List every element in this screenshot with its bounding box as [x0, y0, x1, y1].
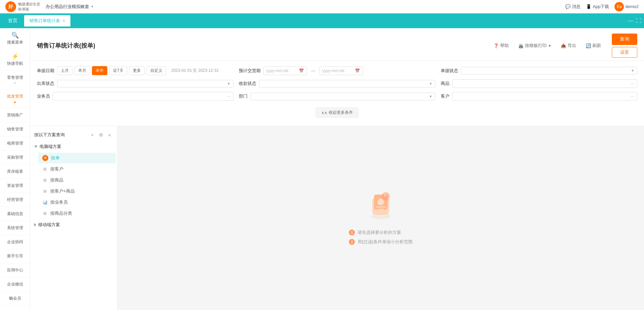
sidebar-item-purchase[interactable]: 采购管理 — [0, 151, 30, 165]
sidebar-item-marketing[interactable]: 营销推广 — [0, 108, 30, 122]
goods-group: 商品 ··· — [441, 79, 637, 88]
empty-illustration: ? — [364, 188, 397, 221]
sidebar-item-wholesale[interactable]: 批发管理 ▲ — [0, 90, 30, 108]
export-button[interactable]: 📤 导出 — [558, 41, 579, 50]
top-bar-right: 💬 消息 📱 App下载 Ea demo2 — [565, 2, 639, 11]
btn-custom[interactable]: 自定义 — [147, 66, 166, 75]
scheme-circle-icon: 单 — [42, 155, 48, 161]
date-filter-buttons: 上月 本月 本年 近7天 更多 自定义 — [57, 66, 166, 75]
svg-rect-4 — [376, 206, 386, 208]
delivery-end-placeholder: yyyy-mm-dd — [322, 68, 344, 73]
date-separator: — — [311, 68, 315, 73]
sidebar-item-system[interactable]: 系统管理 — [0, 221, 30, 235]
scheme-grid-icon-4: ⊞ — [42, 211, 48, 216]
sidebar-item-finance[interactable]: 资金管理 — [0, 179, 30, 193]
retail-expand-icon: ▼ — [13, 81, 17, 85]
status-select[interactable]: ▼ — [461, 67, 637, 74]
btn-last7days[interactable]: 近7天 — [109, 66, 127, 75]
out-status-select[interactable]: ▼ — [57, 80, 233, 88]
sidebar-item-retail[interactable]: 零售管理 ▼ — [0, 71, 30, 90]
tab-home[interactable]: 首页 — [3, 15, 23, 27]
pay-status-label: 收款状态 — [239, 81, 256, 87]
btn-this-year[interactable]: 本年 — [92, 66, 107, 75]
scheme-group-pc-header[interactable]: 电脑端方案 — [30, 141, 117, 152]
sidebar-item-sales[interactable]: 销售管理 — [0, 122, 30, 137]
scheme-item-by-goods-category[interactable]: ⊞ 按商品分类 — [38, 208, 116, 219]
btn-this-month[interactable]: 本月 — [74, 66, 90, 75]
out-status-chevron-icon: ▼ — [227, 82, 230, 86]
sidebar-item-ecommerce[interactable]: 电商管理 — [0, 137, 30, 151]
query-button[interactable]: 查询 — [612, 34, 637, 45]
salesperson-more-icon[interactable]: ··· — [227, 94, 230, 99]
industry-selector[interactable]: 办公用品行业模拟账套 ▼ — [43, 2, 97, 11]
salesperson-select[interactable]: ··· — [53, 92, 233, 101]
hint-num-2: 2 — [349, 239, 355, 245]
customer-select[interactable]: ··· — [452, 92, 637, 101]
message-button[interactable]: 💬 消息 — [565, 4, 581, 10]
sidebar-item-operations[interactable]: 经营管理 — [0, 193, 30, 207]
user-menu[interactable]: Ea demo2 — [614, 2, 639, 11]
sidebar-item-newguide[interactable]: 新手引导 — [0, 249, 30, 263]
scheme-list-pc: 单 按单 ⊞ 按客户 ⊞ 按商品 ⊞ 按客户+商 — [30, 153, 117, 219]
panel-collapse-button[interactable]: « — [106, 132, 113, 138]
department-chevron-icon: ▼ — [429, 95, 432, 98]
sidebar-item-member[interactable]: 畅会员 — [0, 292, 30, 306]
calendar-end-icon[interactable]: 📅 — [355, 68, 360, 73]
logo-area: 好 畅捷通好生意 标准版 — [5, 1, 40, 12]
logo-text: 畅捷通好生意 标准版 — [18, 2, 40, 11]
scheme-settings-button[interactable]: ⚙ — [98, 132, 104, 138]
page-title: 销售订单统计表(按单) — [37, 42, 95, 50]
scheme-group-mobile-header[interactable]: 移动端方案 — [30, 219, 117, 230]
status-chevron-icon: ▼ — [631, 69, 634, 72]
tab-active[interactable]: 销售订单统计表 × — [24, 15, 70, 27]
pay-status-select[interactable]: ▼ — [259, 80, 435, 88]
tab-maximize-icon[interactable]: ⛶ — [636, 18, 641, 24]
sidebar-item-inventory[interactable]: 库存核算 — [0, 165, 30, 179]
sidebar-item-enterprise[interactable]: 企业协同 — [0, 235, 30, 249]
sidebar-item-quicknav[interactable]: ⚡ 快捷导航 — [0, 49, 30, 71]
quicknav-icon: ⚡ — [3, 53, 27, 60]
settings-button[interactable]: 设置 — [612, 47, 637, 58]
empty-hint-1: 1 请先选择要分析的方案 — [349, 229, 412, 236]
status-label: 单据状态 — [441, 68, 458, 74]
scheme-item-by-goods[interactable]: ⊞ 按商品 — [38, 175, 116, 186]
delivery-end-input[interactable]: yyyy-mm-dd 📅 — [319, 66, 363, 75]
sidebar-item-search[interactable]: 🔍 搜索菜单 — [0, 28, 30, 49]
delivery-date-label: 预计交货期 — [239, 68, 261, 74]
customer-more-icon[interactable]: ··· — [631, 94, 634, 99]
calendar-start-icon[interactable]: 📅 — [299, 68, 304, 73]
scheme-chart-icon: 📊 — [42, 200, 48, 205]
hint-num-1: 1 — [349, 229, 355, 236]
refresh-button[interactable]: 🔄 刷新 — [583, 41, 604, 50]
add-scheme-button[interactable]: + — [89, 132, 96, 138]
scheme-item-by-customer[interactable]: ⊞ 按客户 — [38, 164, 116, 174]
btn-more[interactable]: 更多 — [129, 66, 145, 75]
collapse-button[interactable]: ∧∧ 收起更多条件 — [316, 107, 359, 118]
logo-icon: 好 — [5, 1, 16, 12]
btn-last-month[interactable]: 上月 — [57, 66, 72, 75]
content-area: 销售订单统计表(按单) ❓ 帮助 🖨️ 按模板打印 ▼ 📤 导出 🔄 刷新 — [30, 28, 644, 310]
scheme-item-by-salesperson[interactable]: 📊 按业务员 — [38, 197, 116, 208]
sidebar-item-basicinfo[interactable]: 基础信息 — [0, 207, 30, 221]
export-icon: 📤 — [561, 43, 566, 48]
svg-point-3 — [377, 199, 384, 205]
delivery-start-input[interactable]: yyyy-mm-dd 📅 — [263, 66, 307, 75]
sidebar-item-wechat[interactable]: 企业微信 — [0, 277, 30, 292]
collapse-row: ∧∧ 收起更多条件 — [37, 105, 637, 120]
content-body: 按以下方案查询 + ⚙ « 电脑端方案 单 — [30, 126, 644, 310]
tab-minimize-icon[interactable]: — — [628, 18, 633, 24]
help-button[interactable]: ❓ 帮助 — [491, 41, 512, 50]
goods-select[interactable]: ··· — [452, 79, 637, 88]
department-select[interactable]: ▼ — [250, 93, 435, 100]
tab-close-icon[interactable]: × — [63, 18, 65, 23]
goods-more-icon[interactable]: ··· — [631, 81, 634, 86]
print-chevron-icon: ▼ — [548, 44, 551, 48]
scheme-item-by-customer-goods[interactable]: ⊞ 按客户+商品 — [38, 186, 116, 197]
print-button[interactable]: 🖨️ 按模板打印 ▼ — [516, 41, 554, 50]
scheme-grid-icon-3: ⊞ — [42, 189, 48, 194]
app-download-button[interactable]: 📱 App下载 — [586, 4, 609, 10]
sidebar-item-appcenter[interactable]: 应用中心 — [0, 263, 30, 277]
filter-row-2: 出库状态 ▼ 收款状态 ▼ 商品 — [37, 79, 637, 88]
scheme-item-by-order[interactable]: 单 按单 — [38, 153, 116, 163]
top-bar-left: 好 畅捷通好生意 标准版 办公用品行业模拟账套 ▼ — [5, 1, 97, 12]
